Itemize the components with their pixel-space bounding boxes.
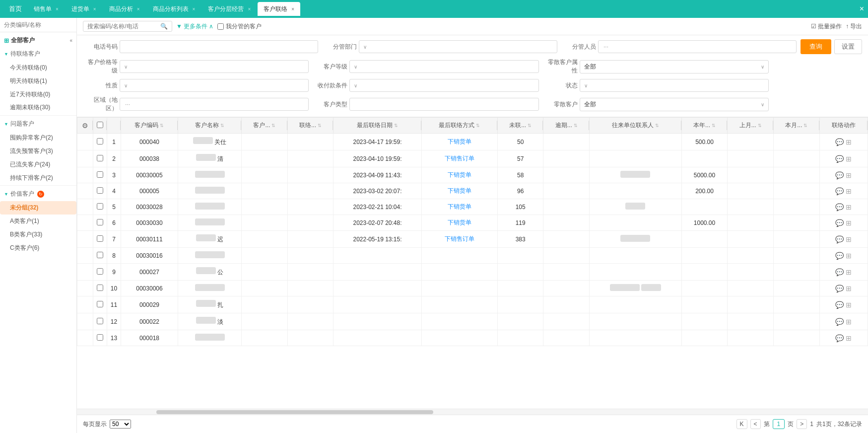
th-last-contact-date[interactable]: 最后联络日期⇅	[334, 118, 421, 134]
th-type[interactable]: 客户...⇅	[242, 118, 288, 134]
cell-contact-action[interactable]: 💬 ⊞	[819, 264, 868, 281]
main-search-input[interactable]	[87, 23, 158, 30]
row-checkbox[interactable]	[97, 138, 103, 144]
th-settings[interactable]: ⚙	[77, 118, 93, 134]
message-icon[interactable]: 💬	[835, 252, 844, 260]
cell-last-contact-method[interactable]	[421, 248, 497, 264]
sidebar-item-churned[interactable]: 已流失客户(24)	[0, 158, 76, 171]
sidebar-item-declining[interactable]: 持续下滑客户(2)	[0, 171, 76, 185]
contact-method-link[interactable]: 下销货单	[448, 187, 471, 194]
cell-last-contact-method[interactable]: 下销售订单	[421, 231, 497, 248]
nav-home[interactable]: 首页	[4, 2, 27, 16]
search-icon[interactable]: 🔍	[160, 23, 168, 30]
sidebar-search-input[interactable]	[4, 21, 77, 28]
th-unit-contact[interactable]: 往来单位联系人⇅	[590, 118, 682, 134]
cell-checkbox[interactable]	[93, 134, 107, 150]
th-last-month[interactable]: 上月...⇅	[728, 118, 774, 134]
grid-action-icon[interactable]: ⊞	[846, 235, 852, 243]
close-icon[interactable]: ×	[93, 6, 96, 12]
row-checkbox[interactable]	[97, 187, 103, 194]
message-icon[interactable]: 💬	[835, 334, 844, 342]
cell-last-contact-method[interactable]: 下销货单	[421, 134, 497, 150]
row-checkbox[interactable]	[97, 171, 103, 178]
row-checkbox[interactable]	[97, 155, 103, 161]
status-select[interactable]: ∨	[580, 79, 769, 92]
cell-contact-action[interactable]: 💬 ⊞	[819, 183, 868, 199]
cell-contact-action[interactable]: 💬 ⊞	[819, 215, 868, 231]
message-icon[interactable]: 💬	[835, 285, 844, 292]
th-this-month[interactable]: 本月...⇅	[773, 118, 819, 134]
all-customers-header[interactable]: ⊞ 全部客户 «	[0, 32, 76, 47]
cell-contact-action[interactable]: 💬 ⊞	[819, 313, 868, 330]
row-checkbox[interactable]	[97, 268, 103, 275]
cell-contact-action[interactable]: 💬 ⊞	[819, 134, 868, 150]
cell-checkbox[interactable]	[93, 296, 107, 313]
cell-last-contact-method[interactable]	[421, 281, 497, 296]
batch-op-button[interactable]: ☑ 批量操作	[811, 22, 842, 31]
contact-method-link[interactable]: 下销货单	[448, 171, 471, 178]
manager-input[interactable]: ···	[598, 40, 797, 53]
my-customers-checkbox[interactable]: 我分管的客户	[217, 22, 262, 31]
cell-checkbox[interactable]	[93, 264, 107, 281]
nav-item-customer-tier[interactable]: 客户分层经营 ×	[202, 2, 257, 16]
message-icon[interactable]: 💬	[835, 235, 844, 243]
th-last-contact-method[interactable]: 最后联络方式⇅	[421, 118, 497, 134]
grid-action-icon[interactable]: ⊞	[846, 138, 852, 146]
search-button[interactable]: 查询	[801, 39, 831, 54]
group-pending-contact[interactable]: ▼ 待联络客户	[0, 47, 76, 61]
sidebar-item-class-b[interactable]: B类客户(33)	[0, 228, 76, 241]
customer-level-select[interactable]: ∨	[349, 60, 538, 73]
th-checkbox[interactable]	[93, 118, 107, 134]
nav-item-sales[interactable]: 销售单 ×	[28, 2, 65, 16]
cell-checkbox[interactable]	[93, 281, 107, 296]
sidebar-item-overdue[interactable]: 逾期未联络(30)	[0, 101, 76, 114]
th-no-contact[interactable]: 未联...⇅	[497, 118, 543, 134]
my-customers-check[interactable]	[217, 23, 224, 30]
cell-checkbox[interactable]	[93, 330, 107, 346]
row-checkbox[interactable]	[97, 235, 103, 242]
row-checkbox[interactable]	[97, 301, 103, 307]
sidebar-item-today[interactable]: 今天待联络(0)	[0, 61, 76, 74]
sidebar-item-class-c[interactable]: C类客户(6)	[0, 241, 76, 255]
th-overdue[interactable]: 逾期...⇅	[543, 118, 590, 134]
cell-checkbox[interactable]	[93, 215, 107, 231]
horizontal-scrollbar[interactable]	[77, 409, 868, 415]
nav-item-analysis[interactable]: 商品分析 ×	[103, 2, 146, 16]
cell-last-contact-method[interactable]: 下销售订单	[421, 150, 497, 167]
cell-last-contact-method[interactable]: 下销货单	[421, 183, 497, 199]
grid-action-icon[interactable]: ⊞	[846, 301, 852, 309]
cell-contact-action[interactable]: 💬 ⊞	[819, 150, 868, 167]
cell-contact-action[interactable]: 💬 ⊞	[819, 199, 868, 215]
cell-last-contact-method[interactable]	[421, 330, 497, 346]
nature-select[interactable]: ∨	[120, 79, 309, 92]
th-name[interactable]: 客户名称⇅	[178, 118, 241, 134]
cell-last-contact-method[interactable]	[421, 313, 497, 330]
close-icon[interactable]: ×	[291, 6, 294, 12]
cell-contact-action[interactable]: 💬 ⊞	[819, 248, 868, 264]
grid-action-icon[interactable]: ⊞	[846, 203, 852, 211]
cell-last-contact-method[interactable]: 下销货单	[421, 167, 497, 183]
close-icon[interactable]: ×	[56, 6, 59, 12]
prev-page-button[interactable]: <	[750, 419, 761, 429]
row-checkbox[interactable]	[97, 334, 103, 341]
message-icon[interactable]: 💬	[835, 138, 844, 146]
row-checkbox[interactable]	[97, 318, 103, 324]
row-checkbox[interactable]	[97, 203, 103, 210]
retail-attr-select[interactable]: 全部 ∨	[580, 60, 769, 73]
reset-button[interactable]: 设置	[834, 39, 862, 54]
close-icon[interactable]: ×	[137, 6, 140, 12]
sidebar-item-churn-warning[interactable]: 流失预警客户(3)	[0, 144, 76, 158]
nav-item-analysis-list[interactable]: 商品分析列表 ×	[147, 2, 201, 16]
message-icon[interactable]: 💬	[835, 203, 844, 211]
cell-checkbox[interactable]	[93, 199, 107, 215]
close-icon[interactable]: ×	[248, 6, 251, 12]
cell-checkbox[interactable]	[93, 167, 107, 183]
message-icon[interactable]: 💬	[835, 155, 844, 163]
payment-select[interactable]: ∨	[349, 79, 538, 92]
scrollbar-thumb[interactable]	[156, 410, 433, 414]
contact-method-link[interactable]: 下销售订单	[445, 235, 474, 242]
grid-action-icon[interactable]: ⊞	[846, 187, 852, 195]
sidebar-item-class-a[interactable]: A类客户(1)	[0, 215, 76, 228]
group-value-customers[interactable]: ▼ 价值客户 ↻	[0, 187, 76, 201]
sidebar-item-tomorrow[interactable]: 明天待联络(1)	[0, 74, 76, 88]
